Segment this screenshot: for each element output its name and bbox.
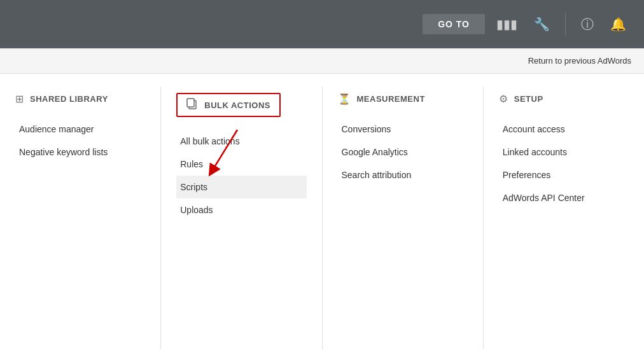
- measurement-section: ⏳ MEASUREMENT Conversions Google Analyti…: [323, 87, 484, 349]
- scripts-item[interactable]: Scripts: [176, 176, 306, 198]
- bulk-actions-section: BULK ACTIONS All bulk actions Rules Scri…: [161, 87, 322, 349]
- uploads-item[interactable]: Uploads: [176, 198, 306, 221]
- rules-item[interactable]: Rules: [176, 153, 306, 176]
- menu-area: ⊞ SHARED LIBRARY Audience manager Negati…: [0, 74, 644, 362]
- bulk-actions-header: BULK ACTIONS: [176, 93, 281, 117]
- negative-keyword-lists-item[interactable]: Negative keyword lists: [15, 141, 145, 164]
- bar-chart-icon[interactable]: ▮▮▮: [491, 11, 522, 37]
- help-icon[interactable]: ⓘ: [576, 11, 599, 38]
- measurement-header: ⏳ MEASUREMENT: [338, 93, 468, 105]
- audience-manager-item[interactable]: Audience manager: [15, 118, 145, 141]
- svg-rect-1: [187, 99, 194, 107]
- sub-bar: Return to previous AdWords: [0, 48, 644, 74]
- measurement-icon: ⏳: [338, 93, 351, 105]
- linked-accounts-item[interactable]: Linked accounts: [499, 141, 629, 164]
- search-attribution-item[interactable]: Search attribution: [338, 164, 468, 186]
- shared-library-icon: ⊞: [15, 93, 24, 105]
- conversions-item[interactable]: Conversions: [338, 118, 468, 141]
- shared-library-title: SHARED LIBRARY: [30, 94, 108, 104]
- setup-title: SETUP: [514, 94, 543, 104]
- measurement-title: MEASUREMENT: [357, 94, 425, 104]
- shared-library-header: ⊞ SHARED LIBRARY: [15, 93, 145, 105]
- setup-section: ⚙ SETUP Account access Linked accounts P…: [484, 87, 644, 349]
- return-link[interactable]: Return to previous AdWords: [528, 56, 631, 66]
- goto-button[interactable]: GO TO: [423, 14, 485, 34]
- bulk-actions-title: BULK ACTIONS: [204, 101, 270, 110]
- copy-icon: [186, 98, 198, 109]
- preferences-item[interactable]: Preferences: [499, 164, 629, 186]
- adwords-api-center-item[interactable]: AdWords API Center: [499, 186, 629, 209]
- setup-header: ⚙ SETUP: [499, 93, 629, 105]
- shared-library-section: ⊞ SHARED LIBRARY Audience manager Negati…: [0, 87, 161, 349]
- google-analytics-item[interactable]: Google Analytics: [338, 141, 468, 164]
- account-access-item[interactable]: Account access: [499, 118, 629, 141]
- wrench-icon[interactable]: 🔧: [529, 11, 555, 37]
- bell-icon[interactable]: 🔔: [605, 11, 631, 37]
- nav-divider: [565, 13, 566, 36]
- all-bulk-actions-item[interactable]: All bulk actions: [176, 130, 306, 153]
- top-bar: GO TO ▮▮▮ 🔧 ⓘ 🔔: [0, 0, 644, 48]
- bulk-actions-icon: [186, 98, 198, 112]
- setup-icon: ⚙: [499, 93, 508, 105]
